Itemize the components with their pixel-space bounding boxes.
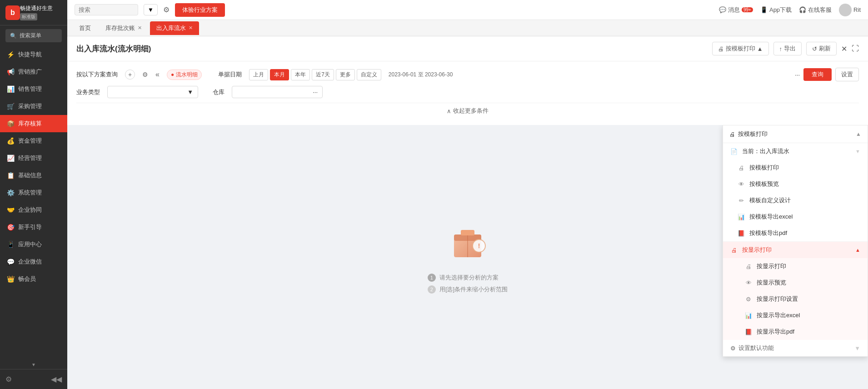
tab-home[interactable]: 首页 <box>73 21 97 35</box>
filter-row-1: 按以下方案查询 + ⚙ « ● 流水明细 单据日期 上月 本月 本年 近7天 更… <box>76 68 859 81</box>
sidebar-item-operations[interactable]: 📈 经营管理 <box>0 150 67 167</box>
query-button[interactable]: 查询 <box>803 68 832 81</box>
template-pdf-item[interactable]: 📕 按模板导出pdf <box>723 225 868 241</box>
maximize-button[interactable]: ⛶ <box>852 45 859 53</box>
user-avatar[interactable]: Rit <box>839 4 861 16</box>
sidebar-item-basic[interactable]: 📋 基础信息 <box>0 167 67 184</box>
empty-state: ! 1 请先选择要分析的方案 2 用[选]条件来缩小分析范围 <box>428 221 508 294</box>
date-tab-this-month[interactable]: 本月 <box>270 69 289 80</box>
more-dots: ··· <box>795 71 800 78</box>
set-default-button[interactable]: ⚙ 设置默认功能 ▼ <box>723 340 868 356</box>
template-excel-item[interactable]: 📊 按模板导出excel <box>723 209 868 225</box>
export-button[interactable]: ↑ 导出 <box>773 42 802 55</box>
sidebar-item-finance[interactable]: 💰 资金管理 <box>0 132 67 150</box>
refresh-button[interactable]: ↺ 刷新 <box>806 42 837 55</box>
sidebar-item-marketing[interactable]: 📢 营销推广 <box>0 63 67 80</box>
tab-flow[interactable]: 出入库流水 ✕ <box>150 21 199 35</box>
dropdown-collapse-button[interactable]: ▲ <box>856 131 861 137</box>
close-page-button[interactable]: ✕ <box>841 45 847 53</box>
filter-add-button[interactable]: + <box>125 70 135 80</box>
messages-button[interactable]: 💬 消息 99+ <box>719 6 753 14</box>
date-tab-this-year[interactable]: 本年 <box>291 69 310 80</box>
trial-button[interactable]: 体验行业方案 <box>175 3 225 17</box>
display-print-item[interactable]: 🖨 按显示打印 <box>730 258 868 274</box>
date-tab-more[interactable]: 更多 <box>336 69 355 80</box>
step-1-number: 1 <box>428 274 436 282</box>
sidebar-item-system[interactable]: ⚙️ 系统管理 <box>0 184 67 201</box>
print-item-icon: 🖨 <box>738 164 745 171</box>
display-preview-icon: 👁 <box>745 279 752 286</box>
sidebar-item-sales[interactable]: 📊 销售管理 <box>0 80 67 98</box>
template-print-item[interactable]: 🖨 按模板打印 <box>723 160 868 176</box>
search-menu-button[interactable]: 🔍 搜索菜单 <box>5 29 62 42</box>
business-type-label: 业务类型 <box>76 88 100 96</box>
nav-icon: 📈 <box>6 155 15 162</box>
display-section-header[interactable]: 🖨 按显示打印 ▲ <box>723 242 868 258</box>
business-type-select[interactable]: ▼ <box>107 86 198 98</box>
filter-scheme-label: 按以下方案查询 <box>76 70 118 79</box>
settings-icon[interactable]: ⚙ <box>5 375 12 384</box>
display-preview-item[interactable]: 👁 按显示预览 <box>730 274 868 291</box>
sidebar-item-wechat[interactable]: 💬 企业微信 <box>0 253 67 270</box>
header-gear-button[interactable]: ⚙ <box>163 5 170 14</box>
headset-icon: 🎧 <box>799 6 806 13</box>
filter-collapse-button[interactable]: « <box>155 70 160 79</box>
filter-settings-button[interactable]: ⚙ <box>142 71 148 78</box>
dropdown-icon: ▼ <box>148 6 154 13</box>
collapse-icon[interactable]: ◀◀ <box>51 375 62 384</box>
header-search-input[interactable] <box>75 4 138 15</box>
sidebar-scroll-down-arrow[interactable]: ▼ <box>30 361 37 368</box>
sidebar-item-guide[interactable]: 🎯 新手引导 <box>0 219 67 236</box>
template-arrow: ▼ <box>855 149 860 154</box>
nav-icon: 📢 <box>6 68 15 75</box>
top-header: ▼ ⚙ 体验行业方案 💬 消息 99+ 📱 App下载 🎧 在线客服 <box>67 0 868 20</box>
date-label: 单据日期 <box>218 70 242 79</box>
page-actions: 🖨 按模板打印 ▲ ↑ 导出 ↺ 刷新 ✕ ⛶ <box>712 42 859 55</box>
logo-icon: b <box>5 5 20 20</box>
display-excel-item[interactable]: 📊 按显示导出excel <box>730 307 868 324</box>
sidebar-item-member[interactable]: 👑 畅会员 <box>0 270 67 288</box>
print-button[interactable]: 🖨 按模板打印 ▲ <box>712 42 769 55</box>
settings-btn[interactable]: 设置 <box>835 68 859 81</box>
nav-icon: 🛒 <box>6 103 15 110</box>
sidebar-item-shortcut[interactable]: ⚡ 快捷导航 <box>0 46 67 63</box>
sidebar-item-enterprise[interactable]: 🤝 企业协同 <box>0 201 67 219</box>
template-custom-item[interactable]: ✏ 模板自定义设计 <box>723 192 868 209</box>
dropdown-title: 🖨 按模板打印 <box>729 130 768 138</box>
collapse-more-button[interactable]: ∧ 收起更多条件 <box>76 103 859 119</box>
filter-row-2: 业务类型 ▼ 仓库 ··· <box>76 86 859 98</box>
current-template-item[interactable]: 📄 当前：出入库流水 ▼ <box>723 143 868 160</box>
content-area: ! 1 请先选择要分析的方案 2 用[选]条件来缩小分析范围 <box>67 125 868 389</box>
sidebar-item-purchase[interactable]: 🛒 采购管理 <box>0 98 67 115</box>
nav-icon: 💰 <box>6 137 15 145</box>
active-filter-chip[interactable]: ● 流水明细 <box>167 70 202 80</box>
display-settings-item[interactable]: ⚙ 按显示打印设置 <box>730 291 868 307</box>
customer-service-button[interactable]: 🎧 在线客服 <box>799 6 832 14</box>
empty-steps: 1 请先选择要分析的方案 2 用[选]条件来缩小分析范围 <box>428 274 508 294</box>
tab-close-batch[interactable]: ✕ <box>138 25 142 31</box>
empty-step-1: 1 请先选择要分析的方案 <box>428 274 508 282</box>
date-tab-custom[interactable]: 自定义 <box>357 69 381 80</box>
sidebar-search[interactable]: 🔍 搜索菜单 <box>0 25 67 46</box>
app-download-button[interactable]: 📱 App下载 <box>760 6 792 14</box>
chevron-up-icon: ∧ <box>447 108 451 115</box>
date-tab-last-month[interactable]: 上月 <box>249 69 268 80</box>
page-header: 出入库流水(流水明细) 🖨 按模板打印 ▲ ↑ 导出 ↺ 刷新 ✕ ⛶ <box>67 36 868 61</box>
sidebar-item-inventory[interactable]: 📦 库存核算 <box>0 115 67 132</box>
nav-icon: 📦 <box>6 120 15 127</box>
tab-close-flow[interactable]: ✕ <box>189 25 193 31</box>
svg-text:!: ! <box>478 242 480 249</box>
warehouse-select[interactable]: ··· <box>232 86 323 98</box>
tab-batch[interactable]: 库存批次账 ✕ <box>99 21 148 35</box>
header-dropdown-button[interactable]: ▼ <box>144 4 158 15</box>
template-preview-item[interactable]: 👁 按模板预览 <box>723 176 868 192</box>
sidebar-item-apps[interactable]: 📱 应用中心 <box>0 236 67 253</box>
date-tab-last7[interactable]: 近7天 <box>312 69 334 80</box>
print-chevron-up: ▲ <box>757 45 763 52</box>
filter-chip-icon: ● <box>171 71 174 78</box>
sidebar-bottom: ⚙ ◀◀ <box>0 369 67 389</box>
display-pdf-item[interactable]: 📕 按显示导出pdf <box>730 324 868 340</box>
nav-icon: 📋 <box>6 172 15 179</box>
phone-icon: 📱 <box>760 6 768 13</box>
sidebar: b 畅捷通好生意 标准版 🔍 搜索菜单 ⚡ 快捷导航 📢 营销推广 <box>0 0 67 389</box>
